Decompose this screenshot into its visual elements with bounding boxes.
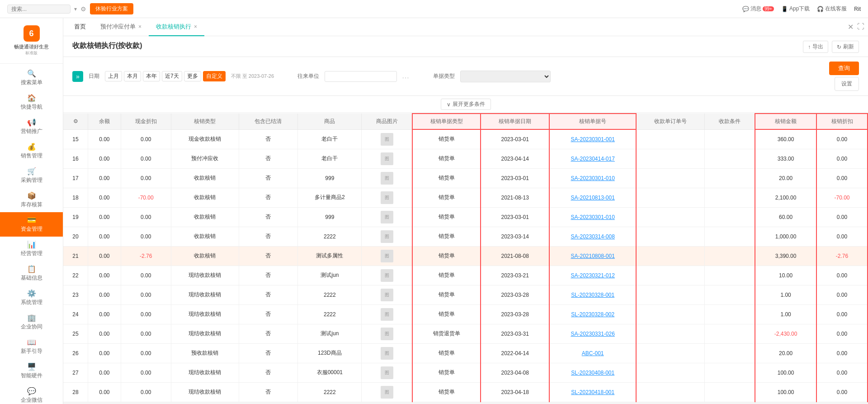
sidebar-item-quick-nav[interactable]: 🏠 快捷导航 (0, 90, 63, 114)
cell-doc-no[interactable]: ABC-001 (549, 343, 636, 363)
partner-dots[interactable]: ... (402, 73, 410, 80)
hardware-icon: 🖥️ (27, 362, 36, 371)
cell-write-off-discount: 0.00 (816, 343, 868, 363)
sidebar-item-guide[interactable]: 📖 新手引导 (0, 334, 63, 359)
settings-button[interactable]: 设置 (835, 77, 859, 91)
filter-expand-button[interactable]: » (72, 71, 83, 82)
query-button[interactable]: 查询 (829, 62, 859, 75)
messages-area[interactable]: 💬 消息 99+ (742, 5, 774, 13)
sidebar-label-system: 系统管理 (21, 299, 42, 306)
cell-write-off-discount: 0.00 (816, 382, 868, 402)
online-service-btn[interactable]: 🎧 在线客服 (817, 5, 847, 13)
user-name[interactable]: Rit (854, 6, 861, 12)
partner-input[interactable] (325, 71, 397, 82)
cell-receipt-order-no (636, 129, 704, 149)
custom-date-btn[interactable]: 自定义 (203, 71, 226, 81)
sidebar-item-hardware[interactable]: 🖥️ 智能硬件 (0, 359, 63, 383)
sidebar-item-enterprise[interactable]: 🏢 企业协同 (0, 310, 63, 334)
cell-doc-no[interactable]: SL-20230328-002 (549, 304, 636, 324)
tab-prepay[interactable]: 预付冲应付单 × (93, 18, 149, 36)
maximize-icon[interactable]: ⛶ (857, 23, 864, 31)
sidebar-item-finance[interactable]: 💳 资金管理 (0, 212, 63, 237)
table-row: 25 0.00 0.00 现结收款核销 否 测试jun 图 销货退货单 2023… (63, 324, 868, 343)
cell-doc-no[interactable]: SA-20210808-001 (549, 246, 636, 266)
industry-solution-button[interactable]: 休验行业方案 (90, 3, 133, 14)
cell-doc-no[interactable]: SA-20230321-012 (549, 266, 636, 285)
cell-include-settled: 否 (239, 285, 298, 304)
cell-doc-no[interactable]: SA-20230301-001 (549, 129, 636, 149)
export-button[interactable]: ↑ 导出 (803, 41, 828, 53)
sidebar-item-inventory[interactable]: 📦 库存核算 (0, 188, 63, 212)
cell-no: 15 (63, 129, 88, 149)
dropdown-arrow-icon[interactable]: ▾ (74, 6, 77, 12)
tab-receipt-write-off[interactable]: 收款核销执行 × (149, 18, 204, 36)
cell-payment-terms (704, 207, 755, 227)
cell-write-off-amount: 3,390.00 (755, 246, 816, 266)
cell-doc-no[interactable]: SA-20230414-017 (549, 149, 636, 168)
last-month-btn[interactable]: 上月 (105, 71, 122, 81)
cell-product-image: 图 (362, 382, 412, 402)
sidebar-item-basic-info[interactable]: 📋 基础信息 (0, 261, 63, 285)
total-amount: 40,556,66... (755, 402, 816, 404)
page-content: 收款核销执行(按收款) ↑ 导出 ↻ 刷新 » 日期 上月 (63, 36, 868, 404)
cell-doc-type: 销货单 (412, 343, 481, 363)
cell-doc-type: 销货单 (412, 168, 481, 188)
tab-home[interactable]: 首页 (67, 18, 93, 36)
sidebar-item-wechat[interactable]: 💬 企业微信 (0, 383, 63, 404)
cell-no: 16 (63, 149, 88, 168)
more-date-btn[interactable]: 更多 (184, 71, 201, 81)
cell-doc-no[interactable]: SA-20230331-026 (549, 324, 636, 343)
cell-doc-no[interactable]: SA-20230314-008 (549, 227, 636, 246)
expand-conditions-button[interactable]: ∨ 展开更多条件 (441, 99, 491, 110)
cell-include-settled: 否 (239, 304, 298, 324)
cell-cash-discount: 0.00 (121, 207, 171, 227)
cell-doc-date: 2023-04-08 (481, 363, 549, 382)
sidebar-item-marketing[interactable]: 📢 营销推广 (0, 114, 63, 139)
cell-doc-no[interactable]: SA-20230301-010 (549, 207, 636, 227)
cell-doc-no[interactable]: SA-20210813-001 (549, 188, 636, 207)
app-edition: 标准版 (25, 50, 38, 56)
sidebar-item-operations[interactable]: 📊 经营管理 (0, 237, 63, 261)
cell-doc-date: 2023-04-14 (481, 149, 549, 168)
cell-receipt-order-no (636, 266, 704, 285)
cell-balance: 0.00 (88, 324, 121, 343)
cell-doc-date: 2023-03-31 (481, 324, 549, 343)
close-tab-icon[interactable]: ✕ (848, 23, 854, 31)
table-row: 17 0.00 0.00 收款核销 否 999 图 销货单 2023-03-01… (63, 168, 868, 188)
table-row: 19 0.00 0.00 收款核销 否 999 图 销货单 2023-03-01… (63, 207, 868, 227)
cell-write-off-amount: 2,100.00 (755, 188, 816, 207)
cell-doc-no[interactable]: SL-20230328-001 (549, 285, 636, 304)
settings-icon[interactable]: ⚙ (80, 5, 86, 13)
partner-filter-label: 往来单位 (297, 72, 319, 80)
basic-info-icon: 📋 (27, 265, 36, 273)
sidebar-label-marketing: 营销推广 (21, 128, 42, 135)
sidebar-item-purchase[interactable]: 🛒 采购管理 (0, 163, 63, 188)
last-7-days-btn[interactable]: 近7天 (162, 71, 182, 81)
cell-doc-type: 销货单 (412, 304, 481, 324)
cell-receipt-order-no (636, 168, 704, 188)
th-settings[interactable]: ⚙ (63, 114, 88, 129)
doc-type-select[interactable] (460, 71, 551, 82)
sidebar-item-system[interactable]: ⚙️ 系统管理 (0, 285, 63, 310)
this-month-btn[interactable]: 本月 (124, 71, 141, 81)
cell-write-off-type: 现结收款核销 (171, 324, 239, 343)
refresh-button[interactable]: ↻ 刷新 (832, 41, 859, 53)
cell-cash-discount: 0.00 (121, 382, 171, 402)
cell-doc-no[interactable]: SL-20230418-001 (549, 382, 636, 402)
th-write-off-type: 核销类型 (171, 114, 239, 129)
cell-write-off-amount: 10.00 (755, 266, 816, 285)
search-input[interactable] (7, 5, 71, 14)
app-download-btn[interactable]: 📱 App下载 (781, 5, 810, 13)
sidebar-item-sales[interactable]: 💰 销售管理 (0, 139, 63, 163)
cell-include-settled: 否 (239, 246, 298, 266)
cell-doc-type: 销货单 (412, 363, 481, 382)
cell-doc-no[interactable]: SA-20230301-010 (549, 168, 636, 188)
tab-prepay-close[interactable]: × (138, 24, 142, 30)
cell-receipt-order-no (636, 246, 704, 266)
cell-balance: 0.00 (88, 363, 121, 382)
cell-doc-no[interactable]: SL-20230408-001 (549, 363, 636, 382)
cell-payment-terms (704, 246, 755, 266)
sidebar-item-search[interactable]: 🔍 搜索菜单 (0, 66, 63, 90)
this-year-btn[interactable]: 本年 (143, 71, 160, 81)
tab-receipt-write-off-close[interactable]: × (194, 24, 197, 30)
